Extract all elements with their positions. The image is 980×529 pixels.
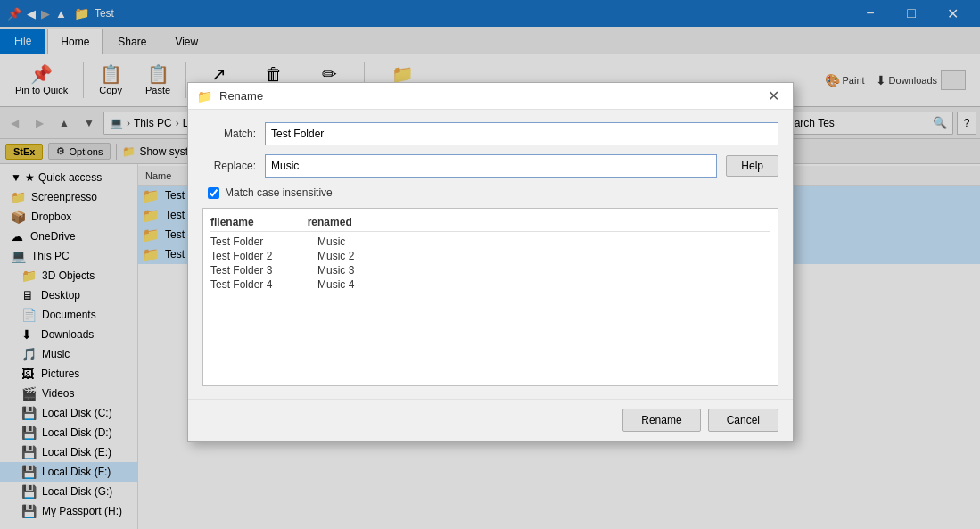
preview-original-1: Test Folder 2 <box>210 250 317 262</box>
help-button[interactable]: Help <box>726 155 778 177</box>
match-row: Match: <box>202 122 778 145</box>
rename-button[interactable]: Rename <box>622 409 700 432</box>
dialog-footer: Rename Cancel <box>188 399 793 441</box>
preview-row-3: Test Folder 4 Music 4 <box>210 278 770 291</box>
replace-label: Replace: <box>202 160 256 172</box>
preview-header: filename renamed <box>210 216 770 232</box>
preview-renamed-2: Music 3 <box>317 264 354 277</box>
preview-renamed-1: Music 2 <box>317 250 354 262</box>
preview-original-2: Test Folder 3 <box>210 264 317 277</box>
preview-original-3: Test Folder 4 <box>210 278 317 291</box>
dialog-overlay: 📁 Rename ✕ Match: Replace: Help <box>0 0 980 529</box>
preview-row-0: Test Folder Music <box>210 236 770 248</box>
checkbox-row: Match case insensitive <box>208 186 778 199</box>
preview-col1-header: filename <box>210 216 254 228</box>
dialog-content: Match: Replace: Help Match case insensit… <box>188 110 793 399</box>
preview-row-2: Test Folder 3 Music 3 <box>210 264 770 277</box>
preview-row-1: Test Folder 2 Music 2 <box>210 250 770 262</box>
preview-original-0: Test Folder <box>210 236 317 248</box>
dialog-close-button[interactable]: ✕ <box>762 86 784 107</box>
match-case-label[interactable]: Match case insensitive <box>225 186 333 199</box>
dialog-title-text: Rename <box>219 89 755 103</box>
match-input[interactable] <box>265 122 778 145</box>
preview-col2-header: renamed <box>308 216 352 228</box>
cancel-button[interactable]: Cancel <box>708 409 778 432</box>
dialog-title-icon: 📁 <box>197 89 212 103</box>
preview-area: filename renamed Test Folder Music Test … <box>202 208 778 386</box>
preview-renamed-0: Music <box>317 236 345 248</box>
rename-dialog: 📁 Rename ✕ Match: Replace: Help <box>187 82 794 442</box>
replace-input[interactable] <box>265 154 717 178</box>
match-label: Match: <box>202 128 256 140</box>
replace-row: Replace: Help <box>202 154 778 178</box>
dialog-title-bar: 📁 Rename ✕ <box>188 83 793 110</box>
match-case-checkbox[interactable] <box>208 187 219 199</box>
preview-renamed-3: Music 4 <box>317 278 354 291</box>
